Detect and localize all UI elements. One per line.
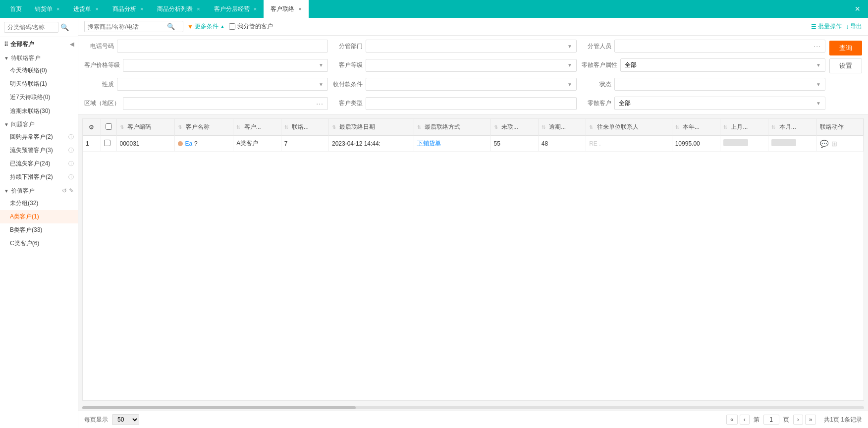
col-last-month[interactable]: ⇅ 上月... <box>720 119 768 136</box>
filter-status-label: 状态 <box>582 80 611 89</box>
sidebar-group-pending-contact[interactable]: ▼ 待联络客户 <box>0 52 78 64</box>
nav-tab-purchase-label: 进货单 <box>73 5 91 13</box>
sidebar-search-input[interactable] <box>4 22 58 33</box>
sidebar-item-ungrouped[interactable]: 未分组(32) <box>0 197 78 210</box>
col-customer-code[interactable]: ⇅ 客户编码 <box>116 119 175 136</box>
col-unit-contact[interactable]: ⇅ 往来单位联系人 <box>586 119 672 136</box>
filter-customer-type: 客户类型 <box>333 97 577 110</box>
col-customer-name[interactable]: ⇅ 客户名称 <box>175 119 233 136</box>
nav-tab-customer-contact[interactable]: 客户联络 × <box>264 0 308 18</box>
nav-close-all[interactable]: × <box>851 4 864 14</box>
nav-tab-customer-layer[interactable]: 客户分层经营 × <box>207 0 264 18</box>
col-customer-type[interactable]: ⇅ 客户... <box>233 119 281 136</box>
nav-close-customer-contact[interactable]: × <box>298 6 301 12</box>
sidebar-item-overdue-contact[interactable]: 逾期未联络(30) <box>0 105 78 118</box>
col-settings[interactable]: ⚙ <box>83 119 101 136</box>
row-code: 000031 <box>116 136 175 152</box>
customer-name[interactable]: Ea <box>185 140 192 147</box>
qr-action-icon[interactable]: ⊞ <box>831 140 837 148</box>
filter-price-level-dropdown[interactable]: ▼ <box>123 59 328 72</box>
nav-tab-customer-contact-label: 客户联络 <box>271 5 294 13</box>
col-last-contact-date[interactable]: ⇅ 最后联络日期 <box>328 119 414 136</box>
sidebar-group-problem-customers[interactable]: ▼ 问题客户 <box>0 118 78 130</box>
row-overdue-days: 48 <box>538 136 586 152</box>
sidebar-item-repurchase-abnormal[interactable]: 回购异常客户(2) ⓘ <box>0 130 78 144</box>
my-customers-checkbox[interactable] <box>229 23 235 30</box>
filter-search-input[interactable] <box>88 23 167 30</box>
collapse-icon[interactable]: ◀ <box>70 41 74 48</box>
filter-retail-attr-dropdown[interactable]: 全部 ▼ <box>620 58 825 72</box>
next-page-btn[interactable]: › <box>793 415 803 425</box>
nav-close-sales[interactable]: × <box>56 6 59 12</box>
sidebar-item-today-contact[interactable]: 今天待联络(0) <box>0 64 78 77</box>
per-page-select[interactable]: 50 100 200 <box>112 414 139 425</box>
filter-payment-dropdown[interactable]: ▼ <box>366 78 577 91</box>
sidebar-item-c-class[interactable]: C类客户(6) <box>0 237 78 250</box>
sidebar-item-7days-contact[interactable]: 近7天待联络(0) <box>0 91 78 104</box>
prev-page-btn[interactable]: ‹ <box>740 415 750 425</box>
last-page-btn[interactable]: » <box>805 415 816 425</box>
col-date-label: 最后联络日期 <box>339 123 375 130</box>
sidebar-item-churn-warning[interactable]: 流失预警客户(3) ⓘ <box>0 144 78 157</box>
filter-manager-label: 分管人员 <box>582 42 611 51</box>
filter-retail-customer-dropdown[interactable]: 全部 ▼ <box>614 97 825 110</box>
filter-status-dropdown[interactable]: ▼ <box>614 78 825 91</box>
sidebar-search-icon[interactable]: 🔍 <box>60 23 69 31</box>
page-input[interactable] <box>763 415 779 425</box>
chat-action-icon[interactable]: 💬 <box>820 140 828 148</box>
filter-region-input[interactable]: ··· <box>123 97 328 110</box>
filter-price-level-label: 客户价格等级 <box>84 61 120 69</box>
col-overdue-days[interactable]: ⇅ 逾期... <box>538 119 586 136</box>
scrollbar-thumb[interactable] <box>82 406 356 409</box>
nav-tab-home[interactable]: 首页 <box>4 0 28 18</box>
nav-tab-sales[interactable]: 销货单 × <box>28 0 66 18</box>
nav-tab-sales-label: 销货单 <box>35 5 53 13</box>
query-button[interactable]: 查询 <box>829 41 862 55</box>
nav-close-goods-analysis[interactable]: × <box>140 6 143 12</box>
sidebar-item-churned[interactable]: 已流失客户(24) ⓘ <box>0 157 78 170</box>
filter-customer-level-dropdown[interactable]: ▼ <box>366 59 577 72</box>
col-no-contact-days[interactable]: ⇅ 未联... <box>490 119 538 136</box>
sidebar-item-a-class[interactable]: A类客户(1) <box>0 210 78 223</box>
filter-phone-input[interactable] <box>117 40 328 53</box>
sort-icon-name: ⇅ <box>178 124 182 130</box>
nav-close-goods-analysis-list[interactable]: × <box>197 6 200 12</box>
horizontal-scrollbar[interactable] <box>78 405 868 411</box>
col-contact-count[interactable]: ⇅ 联络... <box>281 119 328 136</box>
sidebar-item-declining[interactable]: 持续下滑客户(2) ⓘ <box>0 170 78 184</box>
row-checkbox[interactable] <box>104 140 110 146</box>
nav-tab-goods-analysis-list[interactable]: 商品分析列表 × <box>150 0 207 18</box>
refresh-icon[interactable]: ↺ <box>62 187 67 194</box>
select-all-checkbox[interactable] <box>106 123 112 130</box>
advanced-filter: 电话号码 分管部门 ▼ <box>78 36 868 114</box>
batch-op-button[interactable]: ☰ 批量操作 <box>811 22 842 31</box>
sidebar-all-customers[interactable]: ⠿ 全部客户 ◀ <box>0 37 78 52</box>
contact-method-link[interactable]: 下销货单 <box>417 140 441 147</box>
filter-retail-attr: 零散客户属性 全部 ▼ <box>582 58 825 72</box>
filter-more-conditions[interactable]: ▼ 更多条件 ▲ <box>187 22 225 31</box>
filter-search-icon[interactable]: 🔍 <box>167 23 175 30</box>
more-arrow-icon: ▲ <box>220 24 225 29</box>
nav-tab-goods-analysis[interactable]: 商品分析 × <box>106 0 150 18</box>
sidebar-item-tomorrow-contact[interactable]: 明天待联络(1) <box>0 77 78 91</box>
col-last-contact-method[interactable]: ⇅ 最后联络方式 <box>414 119 490 136</box>
filter-customer-type-input[interactable] <box>366 97 577 110</box>
export-button[interactable]: ↓ 导出 <box>846 22 862 31</box>
filter-nature-dropdown[interactable]: ▼ <box>117 78 328 91</box>
col-name-label: 客户名称 <box>186 123 210 130</box>
filter-dept-dropdown[interactable]: ▼ <box>366 40 577 53</box>
col-current-year[interactable]: ⇅ 本年... <box>672 119 720 136</box>
settings-button[interactable]: 设置 <box>829 58 862 73</box>
filter-manager-input[interactable]: ··· <box>614 40 825 53</box>
nav-close-customer-layer[interactable]: × <box>254 6 257 12</box>
col-current-month[interactable]: ⇅ 本月... <box>768 119 816 136</box>
nav-close-purchase[interactable]: × <box>95 6 98 12</box>
info-icon-churned: ⓘ <box>68 160 74 168</box>
sidebar-item-b-class[interactable]: B类客户(33) <box>0 223 78 237</box>
col-method-label: 最后联络方式 <box>425 123 460 130</box>
nav-tab-purchase[interactable]: 进货单 × <box>66 0 105 18</box>
filter-search-box: 🔍 <box>84 21 183 32</box>
batch-op-label: 批量操作 <box>818 22 842 31</box>
first-page-btn[interactable]: « <box>726 415 738 425</box>
edit-icon[interactable]: ✎ <box>69 187 74 194</box>
